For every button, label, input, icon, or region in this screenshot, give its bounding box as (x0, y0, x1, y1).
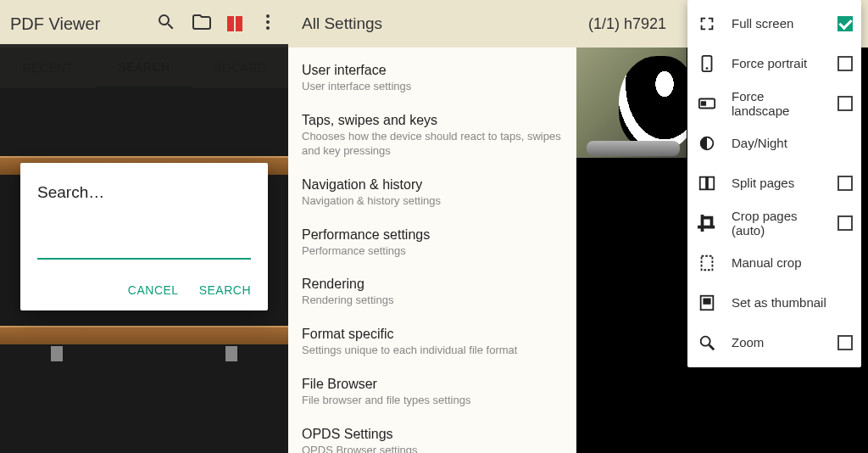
settings-item-title: OPDS Settings (302, 427, 563, 442)
menu-item-manual-crop[interactable]: Manual crop (687, 243, 861, 282)
settings-item-subtitle: OPDS Browser settings (302, 444, 563, 453)
folder-icon[interactable] (192, 12, 212, 36)
settings-item-subtitle: Navigation & history settings (302, 194, 563, 209)
settings-item-5[interactable]: Format specificSettings unique to each i… (288, 318, 576, 368)
svg-rect-6 (701, 101, 706, 106)
settings-item-title: Rendering (302, 277, 563, 292)
document-image[interactable] (576, 48, 687, 158)
settings-appbar: All Settings (288, 0, 576, 48)
menu-item-label: Manual crop (732, 255, 853, 270)
settings-item-1[interactable]: Taps, swipes and keysChooses how the dev… (288, 104, 576, 169)
settings-title: All Settings (302, 14, 382, 33)
appbar-actions (156, 12, 278, 36)
checkbox[interactable] (837, 56, 853, 71)
settings-item-2[interactable]: Navigation & historyNavigation & history… (288, 169, 576, 219)
svg-point-12 (701, 336, 710, 345)
menu-item-label: Full screen (732, 16, 822, 31)
svg-point-4 (706, 67, 709, 70)
settings-item-title: User interface (302, 63, 563, 78)
menu-item-force-landscape[interactable]: Force landscape (687, 83, 861, 123)
appbar: PDF Viewer (0, 0, 288, 48)
settings-item-title: File Browser (302, 377, 563, 392)
menu-item-split-pages[interactable]: Split pages (687, 163, 861, 203)
menu-item-set-as-thumbnail[interactable]: Set as thumbnail (687, 282, 861, 322)
settings-item-3[interactable]: Performance settingsPerformance settings (288, 219, 576, 269)
crop-auto-icon (698, 214, 716, 232)
gift-icon[interactable] (227, 16, 242, 31)
dialog-title: Search… (37, 183, 251, 202)
menu-item-full-screen[interactable]: Full screen (687, 3, 861, 43)
menu-item-label: Day/Night (732, 136, 853, 150)
crop-manual-icon (698, 254, 716, 272)
page-indicator: (1/1) h7921 (588, 15, 666, 33)
settings-item-4[interactable]: RenderingRendering settings (288, 268, 576, 318)
settings-list: User interfaceUser interface settingsTap… (288, 48, 576, 453)
menu-item-label: Split pages (732, 176, 822, 190)
overflow-icon[interactable] (258, 12, 278, 36)
search-input[interactable] (37, 236, 251, 260)
viewer-screen: (1/1) h7921 Full screenForce portraitFor… (576, 0, 868, 453)
settings-item-7[interactable]: OPDS SettingsOPDS Browser settings (288, 418, 576, 453)
daynight-icon (698, 134, 716, 153)
svg-rect-8 (708, 176, 714, 189)
svg-point-2 (266, 26, 270, 30)
menu-item-label: Crop pages (auto) (732, 209, 822, 238)
app-title: PDF Viewer (10, 14, 100, 34)
fullscreen-icon (698, 14, 716, 33)
settings-item-subtitle: User interface settings (302, 80, 563, 94)
svg-point-0 (266, 14, 270, 18)
pdf-viewer-screen: PDF Viewer RECENT SEARCH SDCARD Search… … (0, 0, 288, 453)
split-icon (698, 174, 716, 193)
menu-item-label: Force landscape (732, 89, 822, 118)
svg-rect-7 (700, 176, 706, 189)
menu-item-day-night[interactable]: Day/Night (687, 123, 861, 163)
menu-item-label: Set as thumbnail (732, 295, 853, 310)
settings-item-subtitle: Rendering settings (302, 294, 563, 308)
viewer-options-menu: Full screenForce portraitForce landscape… (687, 0, 861, 367)
search-button[interactable]: SEARCH (199, 283, 251, 297)
svg-line-13 (709, 344, 715, 350)
settings-item-title: Performance settings (302, 227, 563, 243)
menu-item-force-portrait[interactable]: Force portrait (687, 43, 861, 83)
search-icon[interactable] (156, 12, 176, 36)
portrait-icon (698, 54, 716, 73)
checkbox[interactable] (837, 96, 853, 111)
settings-item-6[interactable]: File BrowserFile browser and file types … (288, 368, 576, 418)
settings-item-subtitle: Performance settings (302, 244, 563, 259)
settings-item-subtitle: File browser and file types settings (302, 394, 563, 408)
checkbox[interactable] (837, 335, 853, 350)
settings-item-title: Format specific (302, 327, 563, 342)
menu-item-label: Zoom (732, 335, 822, 350)
settings-item-0[interactable]: User interfaceUser interface settings (288, 54, 576, 104)
search-dialog: Search… CANCEL SEARCH (20, 163, 268, 310)
settings-item-subtitle: Settings unique to each individual file … (302, 344, 563, 358)
menu-item-zoom[interactable]: Zoom (687, 322, 861, 362)
settings-item-subtitle: Chooses how the device should react to t… (302, 130, 563, 159)
svg-rect-11 (703, 298, 710, 304)
menu-item-label: Force portrait (732, 56, 822, 70)
zoom-icon (698, 333, 716, 352)
svg-rect-9 (702, 255, 713, 270)
thumbnail-icon (698, 294, 716, 312)
cancel-button[interactable]: CANCEL (128, 283, 179, 297)
checkbox[interactable] (837, 176, 853, 191)
settings-item-title: Taps, swipes and keys (302, 113, 563, 128)
settings-item-title: Navigation & history (302, 177, 563, 193)
settings-screen: All Settings User interfaceUser interfac… (288, 0, 576, 453)
menu-item-crop-pages-auto-[interactable]: Crop pages (auto) (687, 203, 861, 243)
svg-point-1 (266, 20, 270, 24)
checkbox[interactable] (837, 16, 853, 31)
landscape-icon (698, 94, 716, 113)
checkbox[interactable] (837, 215, 853, 231)
